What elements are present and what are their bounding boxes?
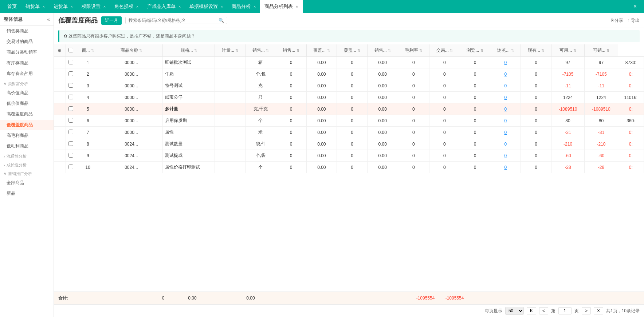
select-all-checkbox[interactable]: [68, 48, 73, 52]
th-cover2[interactable]: 覆盖... ⇅: [337, 44, 368, 57]
th-name[interactable]: 商品名称 ⇅: [100, 44, 162, 57]
th-cover1[interactable]: 覆盖... ⇅: [306, 44, 337, 57]
sidebar-item-low-profit[interactable]: 低毛利商品: [0, 141, 54, 151]
th-browse1[interactable]: 浏览... ⇅: [460, 44, 490, 57]
share-button[interactable]: ⎘ 分享: [611, 17, 623, 24]
nav-purchase[interactable]: 进货单 ×: [49, 0, 77, 13]
sidebar-section-wealth[interactable]: ∨ 类财富分析: [0, 79, 54, 88]
sidebar-section-flow[interactable]: › 流通性分析: [0, 151, 54, 160]
cell-browse1[interactable]: 0: [490, 127, 521, 138]
th-sellable[interactable]: 可销... ⇅: [585, 44, 618, 57]
search-input[interactable]: [129, 18, 217, 23]
period-button[interactable]: 近一月: [101, 16, 122, 25]
cell-cover1: 0: [337, 115, 368, 127]
sidebar-item-low-coverage[interactable]: 低覆盖度商品: [0, 120, 54, 130]
cell-checkbox[interactable]: [66, 57, 76, 68]
nav-analysis-close[interactable]: ×: [254, 4, 256, 9]
cell-browse1[interactable]: 0: [490, 68, 521, 80]
cell-checkbox[interactable]: [66, 68, 76, 80]
th-sales1[interactable]: 销售... ⇅: [246, 44, 276, 57]
cell-browse1[interactable]: 0: [490, 115, 521, 127]
nav-roles[interactable]: 角色授权 ×: [110, 0, 143, 13]
cell-browse1[interactable]: 0: [490, 150, 521, 162]
search-icon[interactable]: 🔍: [219, 18, 224, 23]
sidebar-item-high-coverage[interactable]: 高覆盖度商品: [0, 109, 54, 119]
table-wrapper[interactable]: 商... ⇅ 商品名称 ⇅ 规格... ⇅ 计量... ⇅ 销售... ⇅ 销售…: [54, 44, 644, 292]
export-button[interactable]: ↑ 导出: [628, 17, 640, 24]
nav-products-close[interactable]: ×: [178, 4, 181, 9]
cell-browse1[interactable]: 0: [490, 57, 521, 68]
gear-icon[interactable]: [58, 48, 62, 53]
cell-checkbox[interactable]: [66, 115, 76, 127]
sidebar-item-high-value[interactable]: 高价值商品: [0, 88, 54, 98]
cell-browse2: 0: [521, 92, 551, 103]
cell-checkbox[interactable]: [66, 80, 76, 92]
current-page-input[interactable]: [558, 307, 572, 314]
nav-home[interactable]: 首页: [3, 0, 21, 13]
sidebar-item-new-goods[interactable]: 新品: [0, 188, 54, 199]
sidebar-section-marketing[interactable]: ∨ 营销推广分析: [0, 169, 54, 178]
cell-browse1[interactable]: 0: [490, 103, 521, 115]
th-spec[interactable]: 规格... ⇅: [163, 44, 215, 57]
cell-current: -7105: [551, 68, 584, 80]
cell-browse1[interactable]: 0: [490, 138, 521, 150]
nav-perms-close[interactable]: ×: [103, 4, 106, 9]
cell-cover1: 0: [337, 127, 368, 138]
sidebar-item-traded-goods[interactable]: 交易过的商品: [0, 36, 54, 47]
nav-template[interactable]: 单据模板设置 ×: [185, 0, 227, 13]
th-gear[interactable]: [54, 44, 66, 57]
sidebar-item-stock-goods[interactable]: 有库存商品: [0, 58, 54, 68]
th-available[interactable]: 可用... ⇅: [551, 44, 584, 57]
next-page-button[interactable]: >: [582, 307, 591, 314]
nav-roles-close[interactable]: ×: [136, 4, 138, 9]
cell-checkbox[interactable]: [66, 127, 76, 138]
nav-analysis-list[interactable]: 商品分析列表 ×: [260, 0, 302, 13]
sidebar-collapse-button[interactable]: «: [47, 16, 50, 22]
cell-browse1[interactable]: 0: [490, 92, 521, 103]
th-trade[interactable]: 交易... ⇅: [429, 44, 460, 57]
sidebar-item-stock-capital[interactable]: 库存资金占用: [0, 68, 54, 79]
cell-name: 属性价格打印测试: [163, 162, 215, 173]
cell-available: 1224: [585, 92, 618, 103]
footer-sales2: 0.00: [178, 294, 207, 302]
cell-checkbox[interactable]: [66, 150, 76, 162]
nav-products[interactable]: 产成品入库单 ×: [143, 0, 185, 13]
th-sales3[interactable]: 销售... ⇅: [367, 44, 398, 57]
sidebar-item-category-rate[interactable]: 商品分类动销率: [0, 47, 54, 58]
th-gross[interactable]: 毛利率 ⇅: [398, 44, 429, 57]
cell-checkbox[interactable]: [66, 103, 76, 115]
cell-unit: 个,袋: [246, 150, 276, 162]
cell-sales2: 0.00: [306, 68, 337, 80]
prev-page-button[interactable]: <: [539, 307, 548, 314]
cell-sales3: 0: [398, 80, 429, 92]
nav-sales[interactable]: 销货单 ×: [21, 0, 49, 13]
nav-purchase-close[interactable]: ×: [71, 4, 73, 9]
sidebar-item-high-profit[interactable]: 高毛利商品: [0, 130, 54, 141]
nav-analysis-list-close[interactable]: ×: [296, 4, 298, 9]
th-sku[interactable]: 商... ⇅: [76, 44, 100, 57]
cell-checkbox[interactable]: [66, 138, 76, 150]
cell-trade: 0: [460, 150, 490, 162]
cell-browse1[interactable]: 0: [490, 80, 521, 92]
sidebar-section-growth[interactable]: › 成长性分析: [0, 160, 54, 169]
cell-checkbox[interactable]: [66, 162, 76, 173]
th-current[interactable]: 现有... ⇅: [521, 44, 551, 57]
window-close-button[interactable]: ×: [629, 3, 641, 10]
nav-sales-close[interactable]: ×: [43, 4, 45, 9]
sidebar-item-sales-goods[interactable]: 销售类商品: [0, 26, 54, 36]
nav-analysis[interactable]: 商品分析 ×: [227, 0, 260, 13]
nav-perms[interactable]: 权限设置 ×: [77, 0, 110, 13]
nav-template-close[interactable]: ×: [221, 4, 223, 9]
sidebar-item-low-value[interactable]: 低价值商品: [0, 98, 54, 109]
th-browse2[interactable]: 浏览... ⇅: [490, 44, 521, 57]
cell-name: 符号测试: [163, 80, 215, 92]
sidebar-item-all-goods[interactable]: 全部商品: [0, 178, 54, 188]
per-page-select[interactable]: 50 100 200: [505, 307, 524, 315]
first-page-button[interactable]: K: [527, 307, 536, 314]
th-unit[interactable]: 计量... ⇅: [215, 44, 246, 57]
cell-checkbox[interactable]: [66, 92, 76, 103]
th-checkbox[interactable]: [66, 44, 76, 57]
last-page-button[interactable]: X: [594, 307, 603, 314]
th-sales2[interactable]: 销售... ⇅: [276, 44, 306, 57]
cell-browse1[interactable]: 0: [490, 162, 521, 173]
